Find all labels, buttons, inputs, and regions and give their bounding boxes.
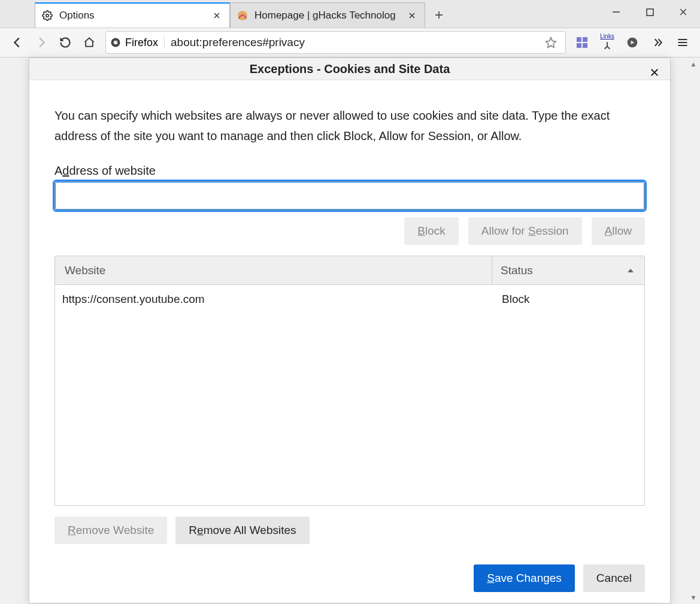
allow-session-button[interactable]: Allow for Session [468,217,582,245]
close-icon[interactable] [213,11,223,20]
svg-point-0 [46,14,49,17]
save-changes-button[interactable]: Save Changes [474,564,575,592]
firefox-icon [110,37,122,48]
address-label: Address of website [54,164,645,178]
bookmark-star-icon[interactable] [545,37,562,48]
cell-status: Block [492,293,644,306]
tab-ghacks[interactable]: Homepage | gHacks Technolog [230,2,425,28]
dialog-header: Exceptions - Cookies and Site Data [29,58,670,80]
svg-rect-3 [647,9,653,16]
scroll-up-icon[interactable]: ▲ [688,59,699,69]
maximize-button[interactable] [633,0,666,24]
nav-toolbar: Firefox about:preferences#privacy Links [0,28,700,57]
identity-label: Firefox [125,37,158,49]
tab-title: Options [59,10,213,22]
identity-box[interactable]: Firefox [110,37,165,49]
pocket-icon[interactable] [621,31,644,54]
back-button[interactable] [6,31,29,54]
cancel-button[interactable]: Cancel [583,564,645,592]
window-controls [599,0,700,24]
exceptions-table: Website Status https://consent.youtube.c… [54,256,645,506]
url-bar[interactable]: Firefox about:preferences#privacy [105,31,566,54]
home-button[interactable] [78,31,101,54]
remove-all-websites-button[interactable]: Remove All Websites [175,517,309,544]
svg-rect-7 [583,37,587,42]
remove-website-button[interactable]: Remove Website [54,517,167,544]
ghacks-icon [237,10,249,22]
overflow-icon[interactable] [646,31,669,54]
allow-button[interactable]: Allow [592,217,645,245]
minimize-button[interactable] [599,0,633,24]
exceptions-dialog: Exceptions - Cookies and Site Data You c… [29,57,671,603]
new-tab-button[interactable] [425,2,453,28]
reload-button[interactable] [54,31,77,54]
menu-icon[interactable] [671,31,694,54]
forward-button[interactable] [30,31,53,54]
svg-point-5 [114,41,118,45]
table-header: Website Status [55,256,644,285]
svg-rect-8 [577,43,581,48]
svg-rect-6 [577,37,581,42]
table-row[interactable]: https://consent.youtube.comBlock [55,285,644,314]
container-icon[interactable] [571,31,593,54]
close-icon[interactable] [408,11,419,20]
address-input[interactable] [54,181,645,210]
tab-strip: Options Homepage | gHacks Technolog [0,0,700,28]
tab-title: Homepage | gHacks Technolog [254,10,408,22]
dialog-close-button[interactable] [646,64,663,81]
cell-website: https://consent.youtube.com [55,293,492,306]
col-status[interactable]: Status [492,264,644,277]
window-close-button[interactable] [666,0,700,24]
tab-options[interactable]: Options [35,2,230,28]
dialog-intro: You can specify which websites are alway… [54,105,645,146]
scrollbar[interactable]: ▲ ▼ [688,59,699,603]
scroll-down-icon[interactable]: ▼ [688,592,699,603]
col-website[interactable]: Website [55,256,492,284]
block-button[interactable]: Block [404,217,458,245]
url-text: about:preferences#privacy [171,36,545,49]
sort-asc-icon [626,268,635,274]
svg-rect-9 [583,43,587,48]
dialog-title: Exceptions - Cookies and Site Data [250,62,450,76]
gear-icon [41,10,53,22]
links-icon[interactable]: Links [596,31,619,54]
